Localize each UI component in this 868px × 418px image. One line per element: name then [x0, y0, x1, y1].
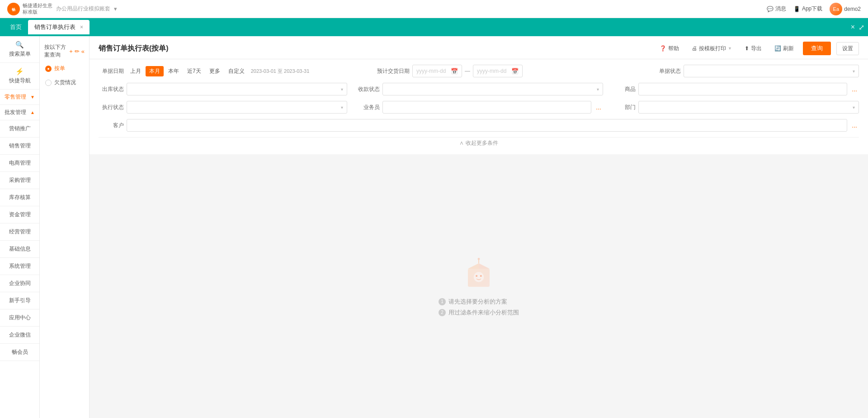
window-close-icon[interactable]: ×	[851, 23, 855, 32]
goods-label: 商品	[610, 86, 636, 93]
scheme-item-欠货情况[interactable]: 欠货情况	[40, 76, 89, 90]
logo-text: 畅捷通好生意 标准版	[23, 3, 52, 14]
export-button[interactable]: ⬆ 导出	[741, 43, 765, 54]
salesman-more-icon[interactable]: ...	[594, 104, 603, 111]
expected-date-end[interactable]: yyyy-mm-dd 📅	[473, 65, 523, 77]
collection-label: 收款状态	[354, 86, 380, 93]
empty-illustration	[461, 256, 497, 292]
empty-state: 1 请先选择要分析的方案 2 用过滤条件来缩小分析范围	[439, 256, 519, 317]
sidebar-item-search-menu[interactable]: 🔍 搜索菜单	[0, 36, 39, 63]
sidebar-item-sales[interactable]: 销售管理	[0, 138, 39, 155]
sidebar-item-quick-nav[interactable]: ⚡ 快捷导航	[0, 63, 39, 90]
warehouse-select[interactable]: ▾	[127, 83, 347, 95]
refresh-icon: 🔄	[774, 45, 781, 52]
date-btn-this-year[interactable]: 本年	[165, 66, 183, 76]
warehouse-label: 出库状态	[99, 86, 124, 93]
user-profile[interactable]: Ea demo2	[830, 3, 861, 15]
sidebar-item-newuser[interactable]: 新手引导	[0, 292, 39, 309]
filter-row-4: 客户 ...	[99, 119, 859, 132]
sidebar-item-basic-info[interactable]: 基础信息	[0, 241, 39, 258]
sidebar-item-system[interactable]: 系统管理	[0, 258, 39, 275]
add-scheme-icon[interactable]: +	[69, 48, 73, 55]
filter-row-3: 执行状态 ▾ 业务员 ... 部门	[99, 101, 859, 114]
sidebar-item-appcenter[interactable]: 应用中心	[0, 309, 39, 327]
exec-select[interactable]: ▾	[127, 101, 347, 114]
empty-tips: 1 请先选择要分析的方案 2 用过滤条件来缩小分析范围	[439, 298, 519, 317]
collapse-icon: ∧	[459, 140, 464, 146]
goods-more-icon[interactable]: ...	[850, 86, 859, 93]
sidebar-item-retail[interactable]: 零售管理 ▼	[0, 90, 39, 105]
collapse-bar[interactable]: ∧ 收起更多条件	[99, 137, 859, 149]
date-btn-7days[interactable]: 近7天	[184, 66, 205, 76]
goods-input[interactable]	[638, 83, 847, 95]
tab-close-icon[interactable]: ×	[80, 24, 83, 30]
app-download-button[interactable]: 📱 App下载	[793, 5, 822, 13]
sidebar-item-marketing[interactable]: 营销推广	[0, 120, 39, 138]
sidebar-item-purchase[interactable]: 采购管理	[0, 172, 39, 189]
svg-text:畅: 畅	[12, 8, 15, 12]
date-btn-more[interactable]: 更多	[206, 66, 224, 76]
sidebar-item-ecommerce[interactable]: 电商管理	[0, 155, 39, 172]
dept-select[interactable]: ▾	[638, 101, 859, 114]
print-icon: 🖨	[692, 45, 697, 52]
sidebar-item-finance[interactable]: 资金管理	[0, 206, 39, 223]
message-button[interactable]: 💬 消息	[767, 5, 786, 13]
search-icon: 🔍	[15, 41, 24, 49]
svg-marker-3	[468, 263, 479, 269]
page-title: 销售订单执行表(按单)	[99, 44, 169, 53]
expected-date-start[interactable]: yyyy-mm-dd 📅	[412, 65, 462, 77]
chevron-down-icon: ▼	[30, 95, 35, 100]
sidebar-item-wholesale[interactable]: 批发管理 ▲	[0, 105, 39, 120]
logo-icon: 畅	[7, 3, 20, 15]
edit-scheme-icon[interactable]: ✏	[75, 48, 80, 55]
header-right: 💬 消息 📱 App下载 Ea demo2	[767, 3, 861, 15]
exec-label: 执行状态	[99, 104, 124, 111]
scheme-dot-active: ●	[45, 66, 52, 72]
tab-sales-order[interactable]: 销售订单执行表 ×	[28, 20, 90, 34]
filter-row-2: 出库状态 ▾ 收款状态 ▾ 商品	[99, 83, 859, 95]
sidebar: 🔍 搜索菜单 ⚡ 快捷导航 零售管理 ▼ 批发管理 ▲ 营销推广 销售管理 电商…	[0, 36, 40, 418]
sidebar-item-enterprise[interactable]: 企业协同	[0, 275, 39, 292]
customer-more-icon[interactable]: ...	[850, 122, 859, 129]
download-icon: 📱	[793, 6, 800, 12]
svg-point-6	[476, 275, 477, 277]
sidebar-item-operations[interactable]: 经营管理	[0, 223, 39, 241]
svg-marker-4	[479, 263, 490, 269]
date-btn-custom[interactable]: 自定义	[225, 66, 248, 76]
query-button[interactable]: 查询	[803, 42, 831, 55]
filter-row-1: 单据日期 上月 本月 本年 近7天 更多 自定义 2023-03-01 至 20…	[99, 65, 859, 77]
content-area: 按以下方案查询 + ✏ « ● 按单 欠货情况 销售订单执行表(按单	[40, 36, 868, 418]
refresh-button[interactable]: 🔄 刷新	[771, 43, 797, 54]
main-layout: 🔍 搜索菜单 ⚡ 快捷导航 零售管理 ▼ 批发管理 ▲ 营销推广 销售管理 电商…	[0, 36, 868, 418]
calendar-start-icon: 📅	[451, 68, 458, 75]
left-panel: 按以下方案查询 + ✏ « ● 按单 欠货情况	[40, 36, 90, 418]
window-maximize-icon[interactable]: ⤢	[859, 23, 864, 32]
date-btn-last-month[interactable]: 上月	[127, 66, 145, 76]
help-button[interactable]: ❓ 帮助	[656, 43, 683, 54]
customer-label: 客户	[99, 122, 124, 129]
sidebar-item-wechat[interactable]: 企业微信	[0, 327, 39, 344]
salesman-input[interactable]	[382, 101, 591, 114]
tab-home[interactable]: 首页	[4, 20, 28, 34]
dept-dropdown-icon: ▾	[853, 105, 855, 110]
scheme-item-按单[interactable]: ● 按单	[40, 62, 89, 76]
collapse-panel-icon[interactable]: «	[81, 48, 85, 55]
status-label: 单据状态	[656, 67, 681, 75]
filter-area: 单据日期 上月 本月 本年 近7天 更多 自定义 2023-03-01 至 20…	[90, 59, 868, 154]
svg-point-5	[474, 272, 484, 282]
tab-bar-controls: × ⤢	[851, 23, 864, 32]
breadcrumb-arrow-icon[interactable]: ▾	[114, 5, 117, 12]
customer-input[interactable]	[127, 119, 847, 132]
template-print-button[interactable]: 🖨 按模板打印 ▼	[688, 43, 736, 54]
dept-label: 部门	[610, 104, 636, 111]
sidebar-item-member[interactable]: 畅会员	[0, 344, 39, 361]
salesman-label: 业务员	[354, 104, 380, 111]
settings-button[interactable]: 设置	[836, 42, 859, 55]
status-select[interactable]: ▾	[684, 65, 859, 77]
collection-select[interactable]: ▾	[382, 83, 603, 95]
sidebar-item-inventory[interactable]: 库存核算	[0, 189, 39, 206]
expected-date-label: 预计交货日期	[377, 67, 410, 75]
page-title-bar: 销售订单执行表(按单) ❓ 帮助 🖨 按模板打印 ▼ ⬆	[90, 36, 868, 59]
date-btn-this-month[interactable]: 本月	[146, 66, 164, 76]
export-icon: ⬆	[745, 45, 749, 52]
